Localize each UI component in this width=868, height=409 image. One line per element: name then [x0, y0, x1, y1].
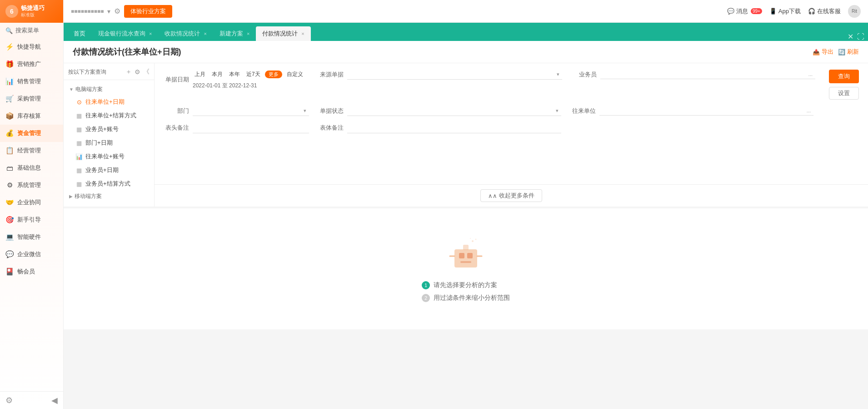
sidebar-settings-btn[interactable]: ⚙: [5, 395, 13, 405]
date-opt-more[interactable]: 更多: [265, 71, 282, 78]
scheme-item-partner-account[interactable]: 📊 往来单位+账号: [66, 150, 151, 163]
sidebar-item-label: 经营管理: [17, 146, 41, 155]
date-label: 单据日期: [164, 76, 189, 84]
sidebar-item-label: 新手引导: [17, 216, 41, 224]
agent-label: 业务员: [571, 71, 597, 79]
message-icon: 💬: [727, 8, 734, 15]
trial-industry-btn[interactable]: 体验行业方案: [124, 5, 172, 18]
collapse-up-icon: ∧∧: [488, 192, 497, 199]
tab-receipt-stats[interactable]: 收款情况统计 ×: [158, 26, 213, 41]
tab-bank-flow-close-icon[interactable]: ×: [149, 31, 152, 36]
pc-scheme-group: ▼ 电脑端方案 ⊙ 往来单位+日期 ▦ 往来单位+结算方式 ▦ 业务员+账号: [64, 84, 154, 191]
scheme-item-partner-payment[interactable]: ▦ 往来单位+结算方式: [66, 109, 151, 122]
tab-payment-stats-close-icon[interactable]: ×: [301, 31, 304, 36]
filter-row-2: 部门 ▾ 单据状态 ▾: [164, 106, 859, 116]
app-download-icon: 📱: [769, 8, 777, 15]
scheme-item-agent-payment[interactable]: ▦ 业务员+结算方式: [66, 177, 151, 191]
empty-step-2: 2 用过滤条件来缩小分析范围: [422, 294, 510, 302]
sidebar-collapse-btn[interactable]: ◀: [51, 395, 58, 405]
sidebar-item-label: 智能硬件: [17, 233, 41, 241]
enterprise-icon: 🤝: [5, 198, 14, 207]
sidebar-item-finance[interactable]: 💰 资金管理: [0, 125, 63, 142]
sidebar-item-enterprise[interactable]: 🤝 企业协同: [0, 194, 63, 211]
scheme-toolbar-label: 按以下方案查询: [68, 68, 123, 76]
sidebar-item-quick-nav[interactable]: ⚡ 快捷导航: [0, 38, 63, 56]
scheme-item-dept-date[interactable]: ▦ 部门+日期: [66, 136, 151, 150]
date-opt-custom[interactable]: 自定义: [285, 70, 305, 79]
tab-expand-icon[interactable]: ⛶: [857, 33, 864, 41]
tab-home[interactable]: 首页: [67, 26, 92, 41]
scheme-item-partner-date[interactable]: ⊙ 往来单位+日期: [66, 95, 151, 109]
date-opt-last-month[interactable]: 上月: [193, 70, 207, 79]
mobile-scheme-header[interactable]: ▶ 移动端方案: [66, 191, 151, 202]
user-avatar[interactable]: Rit: [848, 5, 861, 18]
finance-icon: 💰: [5, 129, 14, 137]
query-btn[interactable]: 查询: [829, 70, 859, 83]
tab-receipt-stats-close-icon[interactable]: ×: [204, 31, 206, 36]
partner-dots: ...: [807, 108, 811, 113]
source-doc-select[interactable]: ▾: [347, 70, 562, 80]
scheme-item-agent-account[interactable]: ▦ 业务员+账号: [66, 122, 151, 136]
sidebar-item-hardware[interactable]: 💻 智能硬件: [0, 228, 63, 246]
tab-new-scheme-close-icon[interactable]: ×: [247, 31, 249, 36]
sidebar-item-label: 营销推广: [17, 60, 41, 68]
sidebar-item-system[interactable]: ⚙ 系统管理: [0, 177, 63, 194]
partner-select[interactable]: ...: [599, 106, 813, 116]
sidebar-item-wechat[interactable]: 💬 企业微信: [0, 246, 63, 263]
member-icon: 🎴: [5, 268, 14, 276]
breadcrumb: ■■■■■■■■■■: [71, 8, 104, 15]
refresh-btn[interactable]: 🔄 刷新: [838, 48, 859, 56]
service-label: 在线客服: [817, 7, 841, 15]
doc-status-select[interactable]: ▾: [347, 106, 561, 116]
sidebar-item-member[interactable]: 🎴 畅会员: [0, 263, 63, 280]
scheme-settings-btn[interactable]: ⚙: [135, 68, 140, 76]
sidebar-item-label: 采购管理: [17, 95, 41, 103]
topbar-right: 💬 消息 99+ 📱 App下载 🎧 在线客服 Rit: [727, 5, 861, 18]
step-2-text: 用过滤条件来缩小分析范围: [434, 294, 510, 302]
date-opt-this-year[interactable]: 本年: [227, 70, 242, 79]
agent-field: 业务员 ...: [571, 70, 815, 79]
step-1-num: 1: [422, 281, 430, 289]
collapse-btn-label: 收起更多条件: [499, 192, 534, 200]
export-btn[interactable]: 📤 导出: [813, 48, 833, 56]
svg-rect-0: [454, 249, 477, 268]
sidebar-item-marketing[interactable]: 🎁 营销推广: [0, 56, 63, 73]
dept-arrow-icon: ▾: [304, 108, 306, 114]
tab-new-scheme[interactable]: 新建方案 ×: [213, 26, 256, 41]
service-icon: 🎧: [808, 8, 815, 15]
tab-payment-stats[interactable]: 付款情况统计 ×: [256, 26, 310, 41]
collapse-more-btn[interactable]: ∧∧ 收起更多条件: [480, 189, 542, 202]
sidebar-item-guide[interactable]: 🎯 新手引导: [0, 211, 63, 228]
topbar-gear-icon[interactable]: ⚙: [114, 7, 120, 15]
settings-btn[interactable]: 设置: [829, 87, 859, 100]
scheme-collapse-btn[interactable]: 《: [143, 68, 150, 76]
customer-service-btn[interactable]: 🎧 在线客服: [808, 7, 841, 15]
app-download-btn[interactable]: 📱 App下载: [769, 7, 801, 15]
main-area: ■■■■■■■■■■ ▾ ⚙ 体验行业方案 💬 消息 99+ 📱 App下载 🎧…: [64, 0, 868, 409]
tab-close-all-icon[interactable]: ✕: [848, 32, 853, 41]
pc-scheme-header[interactable]: ▼ 电脑端方案: [66, 84, 151, 95]
empty-illustration: [443, 236, 489, 272]
scheme-item-agent-date[interactable]: ▦ 业务员+日期: [66, 163, 151, 177]
date-opt-7days[interactable]: 近7天: [244, 70, 262, 79]
tab-bank-flow[interactable]: 现金银行流水查询 ×: [92, 26, 158, 41]
partner-field: 往来单位 ...: [570, 106, 813, 116]
table-header-note-input[interactable]: [193, 122, 309, 133]
agent-select[interactable]: ...: [600, 70, 815, 79]
tab-bank-flow-label: 现金银行流水查询: [98, 30, 145, 38]
operations-icon: 📋: [5, 146, 14, 155]
doc-status-field: 单据状态 ▾: [318, 106, 561, 116]
sidebar-item-purchase[interactable]: 🛒 采购管理: [0, 90, 63, 107]
sidebar-item-inventory[interactable]: 📦 库存核算: [0, 107, 63, 125]
sidebar-item-basic[interactable]: 🗃 基础信息: [0, 159, 63, 177]
table-body-note-label: 表体备注: [318, 124, 344, 132]
add-scheme-btn[interactable]: ＋: [125, 68, 132, 76]
table-body-note-input[interactable]: [347, 122, 561, 133]
sidebar-item-operations[interactable]: 📋 经营管理: [0, 142, 63, 159]
dept-select[interactable]: ▾: [193, 106, 309, 116]
dropdown-arrow-icon[interactable]: ▾: [107, 8, 110, 15]
date-opt-this-month[interactable]: 本月: [210, 70, 224, 79]
message-btn[interactable]: 💬 消息 99+: [727, 7, 762, 15]
search-menu[interactable]: 🔍 搜索菜单: [0, 23, 63, 38]
sidebar-item-sales[interactable]: 📊 销售管理: [0, 73, 63, 90]
